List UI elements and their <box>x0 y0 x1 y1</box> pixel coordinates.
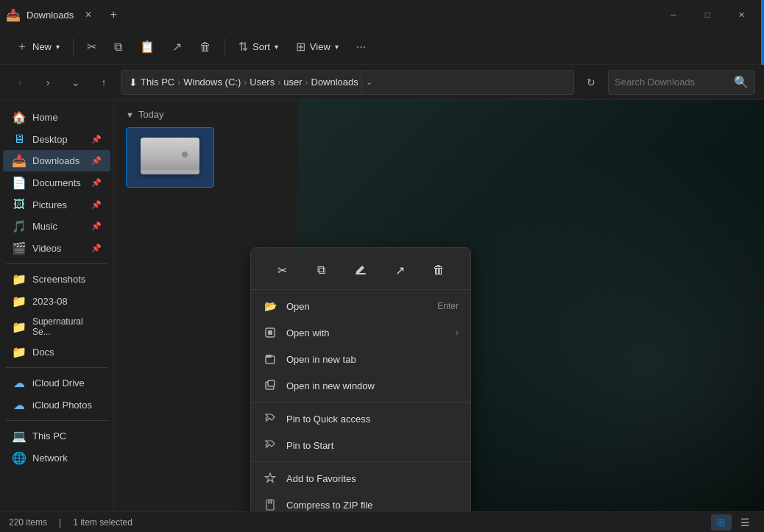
music-icon: 🎵 <box>12 219 26 233</box>
share-button[interactable]: ↗ <box>165 35 189 58</box>
delete-button[interactable]: 🗑 <box>192 36 219 58</box>
file-item-hdd[interactable] <box>126 127 214 188</box>
path-sep-4: › <box>305 77 308 88</box>
cut-button[interactable]: ✂ <box>79 35 104 58</box>
sort-button[interactable]: ⇅ Sort ▾ <box>231 35 286 58</box>
file-thumbnail <box>141 134 199 178</box>
maximize-button[interactable]: □ <box>690 0 724 29</box>
context-menu: ✂ ⧉ ↗ 🗑 📂 Open Enter <box>250 247 471 511</box>
sidebar-item-screenshots[interactable]: 📁 Screenshots <box>3 269 110 290</box>
pin-icon-desktop: 📌 <box>91 135 102 144</box>
sidebar-label-home: Home <box>32 112 58 123</box>
dropdown-button[interactable]: ⌄ <box>65 71 87 93</box>
cm-pin-quick-icon <box>263 411 277 426</box>
sidebar-label-2023-08: 2023-08 <box>32 296 68 307</box>
section-title: Today <box>138 109 164 120</box>
tab-close-btn[interactable]: ✕ <box>79 6 97 24</box>
home-icon: 🏠 <box>12 110 26 124</box>
svg-rect-2 <box>268 330 272 335</box>
sidebar-item-this-pc[interactable]: 💻 This PC <box>3 425 110 447</box>
main-layout: 🏠 Home 🖥 Desktop 📌 📥 Downloads 📌 📄 Docum… <box>0 100 764 511</box>
cm-open-new-window-icon <box>263 378 277 393</box>
sidebar-item-downloads[interactable]: 📥 Downloads 📌 <box>3 150 110 171</box>
path-sep-1: › <box>177 77 180 88</box>
sidebar-item-docs[interactable]: 📁 Docs <box>3 341 110 363</box>
sidebar-item-documents[interactable]: 📄 Documents 📌 <box>3 172 110 194</box>
sidebar-label-music: Music <box>32 221 57 232</box>
cm-open-new-tab[interactable]: Open in new tab <box>251 346 470 372</box>
cm-rename-button[interactable] <box>347 257 374 283</box>
cm-open-new-tab-icon <box>263 352 277 366</box>
sidebar-item-network[interactable]: 🌐 Network <box>3 447 110 469</box>
cm-zip[interactable]: Compress to ZIP file <box>251 492 470 511</box>
cm-open-with-label: Open with <box>286 327 447 338</box>
sidebar-item-supernatural[interactable]: 📁 Supernatural Se... <box>3 313 110 341</box>
sidebar-item-icloud-drive[interactable]: ☁ iCloud Drive <box>3 372 110 394</box>
sidebar-item-2023-08[interactable]: 📁 2023-08 <box>3 291 110 312</box>
share-icon: ↗ <box>172 40 182 54</box>
forward-button[interactable]: › <box>37 71 59 93</box>
new-icon: ＋ <box>16 39 28 54</box>
cm-open-new-tab-label: Open in new tab <box>286 354 459 365</box>
new-tab-btn[interactable]: + <box>103 4 124 25</box>
view-list-button[interactable]: ☰ <box>735 514 755 531</box>
pin-icon-music: 📌 <box>91 221 102 231</box>
pin-icon-pictures: 📌 <box>91 200 102 210</box>
paste-button[interactable]: 📋 <box>132 35 162 58</box>
cm-open-with-arrow: › <box>456 327 459 338</box>
sidebar-item-pictures[interactable]: 🖼 Pictures 📌 <box>3 194 110 215</box>
cm-delete-button[interactable]: 🗑 <box>425 257 452 283</box>
address-path[interactable]: ⬇ This PC › Windows (C:) › Users › user … <box>121 70 574 95</box>
path-dropdown-button[interactable]: ⌄ <box>361 70 376 95</box>
path-sep-3: › <box>277 77 280 88</box>
sidebar-separator <box>6 263 107 264</box>
more-button[interactable]: ··· <box>349 36 373 58</box>
cm-open-with[interactable]: Open with › <box>251 319 470 346</box>
cm-open[interactable]: 📂 Open Enter <box>251 293 470 319</box>
cm-cut-button[interactable]: ✂ <box>269 257 296 283</box>
cm-share-button[interactable]: ↗ <box>386 257 413 283</box>
new-button[interactable]: ＋ New ▾ <box>9 35 67 59</box>
search-input[interactable] <box>615 77 729 88</box>
cm-open-new-window[interactable]: Open in new window <box>251 372 470 399</box>
cm-open-shortcut: Enter <box>437 301 459 311</box>
cm-pin-quick-label: Pin to Quick access <box>286 414 459 425</box>
sidebar-item-home[interactable]: 🏠 Home <box>3 107 110 128</box>
content-inner: ▼ Today <box>126 109 752 188</box>
sidebar-item-videos[interactable]: 🎬 Videos 📌 <box>3 238 110 259</box>
sidebar-label-screenshots: Screenshots <box>32 274 85 285</box>
cm-pin-start[interactable]: Pin to Start <box>251 432 470 458</box>
sidebar: 🏠 Home 🖥 Desktop 📌 📥 Downloads 📌 📄 Docum… <box>0 100 114 511</box>
hdd-shape <box>141 138 199 174</box>
search-box[interactable]: 🔍 <box>608 70 755 95</box>
back-button[interactable]: ‹ <box>9 71 31 93</box>
view-grid-button[interactable]: ⊞ <box>711 514 732 531</box>
cm-open-with-icon <box>263 325 277 340</box>
up-button[interactable]: ↑ <box>93 71 115 93</box>
view-icon: ⊞ <box>296 40 305 54</box>
close-button[interactable]: ✕ <box>724 0 758 29</box>
screenshots-icon: 📁 <box>12 272 26 286</box>
view-button[interactable]: ⊞ View ▾ <box>289 35 346 58</box>
cm-favorites[interactable]: Add to Favorites <box>251 465 470 492</box>
cm-separator-2 <box>251 461 470 462</box>
pin-icon-documents: 📌 <box>91 178 102 188</box>
sidebar-label-videos: Videos <box>32 243 62 254</box>
path-windows: Windows (C:) <box>183 77 241 88</box>
sidebar-label-this-pc: This PC <box>32 430 66 441</box>
refresh-button[interactable]: ↻ <box>580 71 602 93</box>
minimize-button[interactable]: ─ <box>657 0 690 29</box>
sidebar-item-desktop[interactable]: 🖥 Desktop 📌 <box>3 129 110 149</box>
sidebar-item-music[interactable]: 🎵 Music 📌 <box>3 216 110 237</box>
cm-pin-quick[interactable]: Pin to Quick access <box>251 405 470 432</box>
window-icon: 📥 <box>6 8 21 22</box>
cm-open-label: Open <box>286 301 428 312</box>
sidebar-item-icloud-photos[interactable]: ☁ iCloud Photos <box>3 394 110 416</box>
cm-open-new-window-label: Open in new window <box>286 380 459 391</box>
sort-label: Sort <box>252 41 270 52</box>
cm-open-icon: 📂 <box>263 299 277 313</box>
sidebar-separator-3 <box>6 420 107 421</box>
cm-copy-button[interactable]: ⧉ <box>308 257 335 283</box>
copy-button[interactable]: ⧉ <box>107 36 130 58</box>
status-bar: 220 items | 1 item selected ⊞ ☰ <box>0 511 764 532</box>
